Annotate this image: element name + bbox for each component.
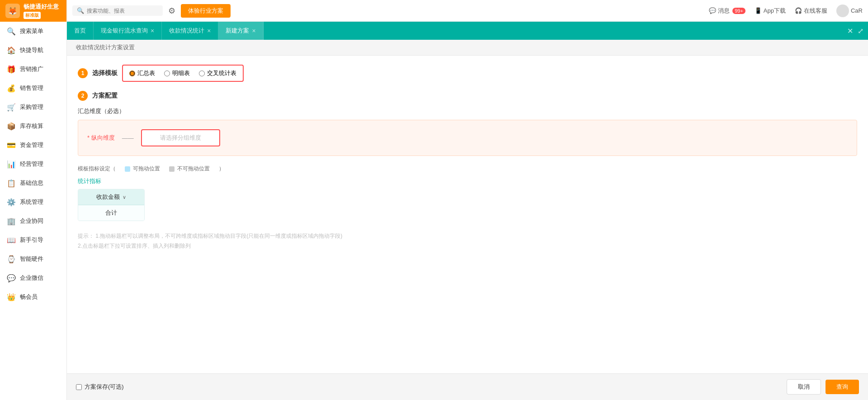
content-area: 收款情况统计方案设置 1 选择模板 汇总表 明细表 bbox=[67, 40, 868, 400]
sidebar-item-smart-hw[interactable]: ⌚ 智能硬件 bbox=[0, 249, 66, 268]
sidebar-label-operations: 经营管理 bbox=[20, 160, 43, 168]
sidebar-item-member[interactable]: 👑 畅会员 bbox=[0, 287, 66, 306]
sidebar-label-wechat: 企业微信 bbox=[20, 274, 43, 282]
sidebar-item-system[interactable]: ⚙️ 系统管理 bbox=[0, 193, 66, 212]
form-area: 1 选择模板 汇总表 明细表 交叉统计表 bbox=[67, 56, 868, 373]
metrics-col-header[interactable]: 收款金额 ∨ bbox=[78, 189, 144, 205]
service-icon: 🎧 bbox=[795, 7, 802, 14]
sidebar-item-guide[interactable]: 📖 新手引导 bbox=[0, 231, 66, 249]
radio-detail-input[interactable] bbox=[164, 71, 170, 76]
online-service-item[interactable]: 🎧 在线客服 bbox=[795, 7, 827, 15]
sidebar-item-purchase[interactable]: 🛒 采购管理 bbox=[0, 98, 66, 117]
sidebar-icon-finance: 💳 bbox=[7, 141, 15, 149]
dimension-arrow: —— bbox=[122, 135, 134, 141]
sidebar-item-marketing[interactable]: 🎁 营销推广 bbox=[0, 60, 66, 79]
sidebar-icon-sales: 💰 bbox=[7, 84, 15, 92]
sidebar-icon-marketing: 🎁 bbox=[7, 65, 15, 73]
metrics-header-label: 模板指标设定（ bbox=[78, 165, 116, 173]
save-checkbox[interactable] bbox=[76, 384, 82, 390]
tips-area: 提示： 1.拖动标题栏可以调整布局，不可跨维度或指标区域拖动目字段(只能在同一维… bbox=[78, 231, 857, 251]
sidebar-item-search-menu[interactable]: 🔍 搜索菜单 bbox=[0, 22, 66, 41]
sidebar-icon-member: 👑 bbox=[7, 293, 15, 301]
close-window-icon[interactable]: ✕ bbox=[847, 27, 853, 35]
tab-home-label: 首页 bbox=[74, 27, 86, 35]
notification-label: 消息 bbox=[718, 7, 730, 15]
metrics-header: 模板指标设定（ 可拖动位置 不可拖动位置 ） bbox=[78, 165, 857, 173]
sidebar-item-finance[interactable]: 💳 资金管理 bbox=[0, 136, 66, 155]
radio-cross[interactable]: 交叉统计表 bbox=[199, 69, 236, 77]
logo-text: 畅捷通好生意 bbox=[24, 3, 59, 11]
search-input[interactable] bbox=[87, 8, 141, 14]
topbar: 🔍 ⚙ 体验行业方案 💬 消息 99+ 📱 App下载 🎧 在线客服 CaR bbox=[67, 0, 868, 22]
metrics-section: 模板指标设定（ 可拖动位置 不可拖动位置 ） 统计指标 bbox=[78, 165, 857, 222]
tip-line1: 提示： 1.拖动标题栏可以调整布局，不可跨维度或指标区域拖动目字段(只能在同一维… bbox=[78, 231, 857, 241]
tab-bank-flow[interactable]: 现金银行流水查询 × bbox=[94, 22, 162, 40]
avatar bbox=[836, 5, 849, 17]
sidebar-icon-base-info: 📋 bbox=[7, 179, 15, 187]
radio-summary-label: 汇总表 bbox=[137, 69, 155, 77]
radio-summary-input[interactable] bbox=[129, 71, 135, 76]
sidebar-item-wechat[interactable]: 💬 企业微信 bbox=[0, 268, 66, 287]
search-box[interactable]: 🔍 bbox=[72, 5, 163, 16]
sidebar-item-quick-nav[interactable]: 🏠 快捷导航 bbox=[0, 41, 66, 60]
main-area: 🔍 ⚙ 体验行业方案 💬 消息 99+ 📱 App下载 🎧 在线客服 CaR bbox=[67, 0, 868, 400]
industry-btn[interactable]: 体验行业方案 bbox=[181, 4, 231, 18]
sidebar-item-sales[interactable]: 💰 销售管理 bbox=[0, 79, 66, 98]
sidebar-label-collab: 企业协同 bbox=[20, 217, 43, 225]
gear-icon[interactable]: ⚙ bbox=[168, 6, 175, 16]
sidebar-label-sales: 销售管理 bbox=[20, 84, 43, 92]
legend-draggable-dot bbox=[125, 166, 130, 172]
save-option[interactable]: 方案保存(可选) bbox=[76, 383, 124, 391]
row-dimension-label: * 纵向维度 bbox=[87, 134, 115, 142]
app-icon: 📱 bbox=[755, 7, 762, 14]
sidebar-icon-guide: 📖 bbox=[7, 236, 15, 244]
tab-new-plan-close[interactable]: × bbox=[252, 27, 255, 34]
tab-new-plan[interactable]: 新建方案 × bbox=[218, 22, 263, 40]
sidebar-icon-wechat: 💬 bbox=[7, 274, 15, 282]
radio-summary[interactable]: 汇总表 bbox=[129, 69, 155, 77]
cancel-button[interactable]: 取消 bbox=[787, 379, 821, 395]
query-button[interactable]: 查询 bbox=[826, 380, 859, 394]
sidebar-item-collab[interactable]: 🏢 企业协同 bbox=[0, 212, 66, 231]
sidebar-icon-purchase: 🛒 bbox=[7, 103, 15, 111]
sidebar-label-inventory: 库存核算 bbox=[20, 122, 43, 130]
tab-bank-flow-close[interactable]: × bbox=[151, 27, 154, 34]
radio-cross-label: 交叉统计表 bbox=[207, 69, 236, 77]
tip-line2: 2.点击标题栏下拉可设置排序、插入列和删除列 bbox=[78, 241, 857, 251]
sidebar-label-search-menu: 搜索菜单 bbox=[20, 27, 43, 35]
sidebar-label-finance: 资金管理 bbox=[20, 141, 43, 149]
step1-section: 1 选择模板 汇总表 明细表 交叉统计表 bbox=[78, 65, 857, 82]
sidebar-logo: 🦊 畅捷通好生意 标准版 bbox=[0, 0, 66, 22]
radio-cross-input[interactable] bbox=[199, 71, 205, 76]
sidebar: 🦊 畅捷通好生意 标准版 🔍 搜索菜单 🏠 快捷导航 🎁 营销推广 💰 销售管理… bbox=[0, 0, 67, 400]
sidebar-item-inventory[interactable]: 📦 库存核算 bbox=[0, 117, 66, 136]
metrics-table: 收款金额 ∨ 合计 bbox=[78, 189, 145, 221]
user-name: CaR bbox=[851, 7, 863, 14]
tab-bank-flow-label: 现金银行流水查询 bbox=[101, 27, 148, 35]
footer-bar: 方案保存(可选) 取消 查询 bbox=[67, 373, 868, 400]
app-download-item[interactable]: 📱 App下载 bbox=[755, 7, 786, 15]
step2-num: 2 bbox=[78, 91, 88, 101]
dimension-row: * 纵向维度 —— 请选择分组维度 bbox=[87, 129, 848, 146]
sidebar-icon-search-menu: 🔍 bbox=[7, 27, 15, 35]
sidebar-item-base-info[interactable]: 📋 基础信息 bbox=[0, 174, 66, 193]
legend-non-draggable-label: 不可拖动位置 bbox=[177, 165, 210, 173]
sidebar-label-smart-hw: 智能硬件 bbox=[20, 255, 43, 263]
sidebar-icon-quick-nav: 🏠 bbox=[7, 46, 15, 54]
tabs-actions: ✕ ⤢ bbox=[843, 22, 868, 40]
notification-item[interactable]: 💬 消息 99+ bbox=[709, 7, 745, 15]
sidebar-label-guide: 新手引导 bbox=[20, 236, 43, 244]
metrics-title: 统计指标 bbox=[78, 177, 857, 185]
tab-home[interactable]: 首页 bbox=[67, 22, 94, 40]
step2-header: 2 方案配置 bbox=[78, 91, 857, 101]
maximize-icon[interactable]: ⤢ bbox=[858, 27, 863, 35]
dimension-area: * 纵向维度 —— 请选择分组维度 bbox=[78, 120, 857, 156]
app-download-label: App下载 bbox=[764, 7, 786, 15]
dimension-select[interactable]: 请选择分组维度 bbox=[141, 129, 220, 146]
step2-title: 方案配置 bbox=[92, 92, 118, 100]
tab-receipt-stat[interactable]: 收款情况统计 × bbox=[162, 22, 218, 40]
tab-receipt-stat-close[interactable]: × bbox=[207, 27, 211, 34]
user-avatar-item[interactable]: CaR bbox=[836, 5, 863, 17]
radio-detail[interactable]: 明细表 bbox=[164, 69, 190, 77]
sidebar-item-operations[interactable]: 📊 经营管理 bbox=[0, 155, 66, 174]
